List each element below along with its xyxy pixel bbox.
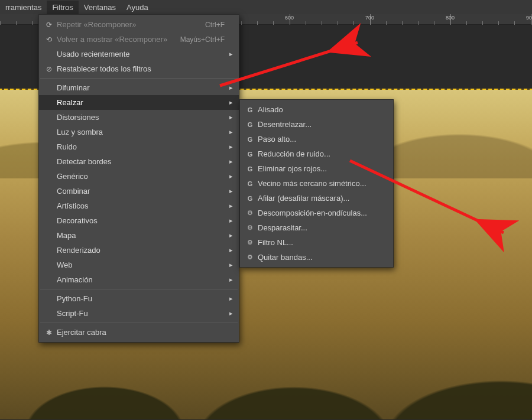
filters-item-python-fu[interactable]: Python-Fu▸: [39, 291, 239, 306]
menu-item-label: Renderizado: [56, 246, 225, 255]
menu-item-shortcut: Mayús+Ctrl+F: [176, 35, 225, 44]
menu-item-label: Animación: [56, 275, 225, 284]
filters-item-ruido[interactable]: Ruido▸: [39, 139, 239, 154]
menu-item-label: Distorsiones: [56, 113, 225, 122]
submenu-arrow-icon: ▸: [225, 128, 233, 136]
submenu-arrow-icon: ▸: [225, 261, 233, 269]
menu-item-label: Web: [56, 261, 225, 269]
plugin-icon: ⚙: [244, 253, 257, 261]
realzar-submenu: GAlisadoGDesentrelazar...GPaso alto...GR…: [239, 99, 394, 268]
realzar-item-reducción-de-ruido[interactable]: GReducción de ruido...: [240, 146, 393, 161]
menu-item-label: Realzar: [56, 98, 225, 107]
filters-item-combinar[interactable]: Combinar▸: [39, 184, 239, 198]
filters-item-artísticos[interactable]: Artísticos▸: [39, 198, 239, 213]
filters-item-difuminar[interactable]: Difuminar▸: [39, 80, 239, 95]
filters-item-mapa[interactable]: Mapa▸: [39, 228, 239, 243]
submenu-arrow-icon: ▸: [225, 50, 233, 58]
realzar-item-desentrelazar[interactable]: GDesentrelazar...: [240, 117, 393, 132]
filters-item-genérico[interactable]: Genérico▸: [39, 169, 239, 184]
plugin-icon: ⚙: [244, 224, 257, 232]
menu-item-label: Difuminar: [56, 83, 225, 92]
menubar-item-rramientas[interactable]: rramientas: [0, 1, 47, 14]
realzar-item-desparasitar[interactable]: ⚙Desparasitar...: [240, 220, 393, 235]
realzar-item-alisado[interactable]: GAlisado: [240, 102, 393, 117]
menu-item-label: Alisado: [257, 105, 379, 114]
menu-item-label: Desentrelazar...: [257, 120, 379, 129]
menu-item-label: Script-Fu: [56, 309, 225, 318]
realzar-item-paso-alto[interactable]: GPaso alto...: [240, 132, 393, 146]
menu-item-label: Luz y sombra: [56, 128, 225, 136]
submenu-arrow-icon: ▸: [225, 99, 233, 106]
filters-item-script-fu[interactable]: Script-Fu▸: [39, 306, 239, 321]
realzar-item-quitar-bandas[interactable]: ⚙Quitar bandas...: [240, 250, 393, 265]
menu-item-label: Vecino más cercano simétrico...: [257, 179, 379, 188]
menu-item-shortcut: Ctrl+F: [200, 21, 225, 29]
goat-icon: ✱: [43, 328, 56, 337]
submenu-arrow-icon: ▸: [225, 246, 233, 254]
filters-item-detectar-bordes[interactable]: Detectar bordes▸: [39, 154, 239, 169]
submenu-arrow-icon: ▸: [225, 172, 233, 180]
reshow-icon: ⟲: [43, 35, 56, 44]
menu-item-label: Reducción de ruido...: [257, 149, 379, 158]
ruler-label: 800: [446, 15, 455, 21]
menubar: rramientasFiltrosVentanasAyuda: [0, 0, 532, 14]
menu-item-label: Quitar bandas...: [257, 253, 379, 262]
menu-item-label: Paso alto...: [257, 135, 379, 144]
filters-menu: ⟳Repetir «Recomponer»Ctrl+F⟲Volver a mos…: [38, 14, 239, 343]
menu-item-label: Usado recientemente: [56, 50, 225, 58]
plugin-icon: ⚙: [244, 239, 257, 246]
filters-item-decorativos[interactable]: Decorativos▸: [39, 213, 239, 228]
landscape-mountains-near: [0, 338, 532, 419]
submenu-arrow-icon: ▸: [225, 84, 233, 92]
menu-item-label: Descomposición-en-ondículas...: [257, 209, 379, 217]
menu-item-label: Artísticos: [56, 201, 225, 210]
filters-item-repetir-recomponer: ⟳Repetir «Recomponer»Ctrl+F: [39, 17, 239, 32]
menu-separator: [40, 78, 238, 79]
menubar-item-ayuda[interactable]: Ayuda: [121, 1, 154, 14]
menu-item-label: Decorativos: [56, 216, 225, 225]
menu-item-label: Ejercitar cabra: [56, 328, 225, 337]
filters-item-luz-y-sombra[interactable]: Luz y sombra▸: [39, 125, 239, 139]
menu-item-label: Afilar (desafilar máscara)...: [257, 194, 379, 203]
submenu-arrow-icon: ▸: [225, 113, 233, 121]
realzar-item-vecino-más-cercano-simétrico[interactable]: GVecino más cercano simétrico...: [240, 176, 393, 191]
gegl-icon: G: [244, 106, 257, 113]
menu-item-label: Python-Fu: [56, 294, 225, 303]
filters-item-restablecer-todos-los-filtros[interactable]: ⊘Restablecer todos los filtros: [39, 61, 239, 76]
ruler-label: 900: [526, 15, 532, 21]
menu-item-label: Desparasitar...: [257, 223, 379, 232]
submenu-arrow-icon: ▸: [225, 295, 233, 302]
reset-icon: ⊘: [43, 65, 56, 73]
menu-item-label: Combinar: [56, 187, 225, 196]
filters-item-animación[interactable]: Animación▸: [39, 272, 239, 287]
submenu-arrow-icon: ▸: [225, 276, 233, 284]
menu-separator: [40, 289, 238, 289]
filters-item-usado-recientemente[interactable]: Usado recientemente▸: [39, 47, 239, 61]
menu-item-label: Filtro NL...: [257, 238, 379, 247]
filters-item-realzar[interactable]: Realzar▸: [39, 95, 239, 110]
menu-item-label: Restablecer todos los filtros: [56, 64, 225, 73]
gegl-icon: G: [244, 195, 257, 202]
filters-item-renderizado[interactable]: Renderizado▸: [39, 243, 239, 258]
submenu-arrow-icon: ▸: [225, 310, 233, 317]
filters-item-web[interactable]: Web▸: [39, 258, 239, 272]
filters-item-ejercitar-cabra[interactable]: ✱Ejercitar cabra: [39, 325, 239, 340]
realzar-item-filtro-nl[interactable]: ⚙Filtro NL...: [240, 235, 393, 250]
ruler-label: 700: [365, 15, 374, 21]
gegl-icon: G: [244, 151, 257, 158]
menu-item-label: Detectar bordes: [56, 157, 225, 166]
filters-item-distorsiones[interactable]: Distorsiones▸: [39, 110, 239, 125]
realzar-item-eliminar-ojos-rojos[interactable]: GEliminar ojos rojos...: [240, 161, 393, 176]
realzar-item-descomposición-en-ondículas[interactable]: ⚙Descomposición-en-ondículas...: [240, 206, 393, 220]
menubar-item-filtros[interactable]: Filtros: [47, 1, 78, 14]
submenu-arrow-icon: ▸: [225, 158, 233, 165]
realzar-item-afilar-desafilar-máscara[interactable]: GAfilar (desafilar máscara)...: [240, 191, 393, 206]
menubar-item-ventanas[interactable]: Ventanas: [79, 1, 121, 14]
gegl-icon: G: [244, 121, 257, 128]
menu-item-label: Mapa: [56, 231, 225, 240]
gegl-icon: G: [244, 165, 257, 172]
submenu-arrow-icon: ▸: [225, 217, 233, 224]
submenu-arrow-icon: ▸: [225, 232, 233, 239]
repeat-icon: ⟳: [43, 21, 56, 29]
menu-item-label: Eliminar ojos rojos...: [257, 164, 379, 173]
